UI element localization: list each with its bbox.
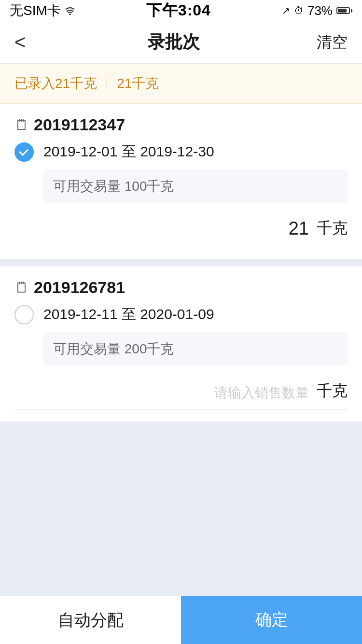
batch-id-2: 2019126781: [34, 278, 125, 297]
back-button[interactable]: <: [10, 27, 30, 58]
alarm-icon: ⏱: [294, 5, 304, 16]
recorded-label: 已录入21千克: [14, 74, 97, 93]
status-right: ↗ ⏱ 73%: [282, 3, 352, 18]
nav-bar: < 录批次 清空: [0, 21, 362, 64]
quantity-unit-1: 千克: [317, 218, 348, 239]
bottom-bar: 自动分配 确定: [0, 596, 362, 644]
status-bar: 无SIM卡 下午3:04 ↗ ⏱ 73%: [0, 0, 362, 21]
status-left: 无SIM卡: [10, 1, 75, 20]
battery-percent: 73%: [307, 3, 333, 18]
section-divider: [0, 259, 362, 266]
batch-date-row-2: 2019-12-11 至 2020-01-09: [14, 305, 348, 324]
clear-button[interactable]: 清空: [317, 32, 348, 53]
quantity-input-1[interactable]: [251, 218, 309, 239]
quantity-unit-2: 千克: [317, 380, 348, 402]
recorded-value: 21千克: [117, 74, 159, 93]
batch-radio-1[interactable]: [14, 142, 34, 162]
batch-doc-icon-2: 🗒: [14, 280, 29, 296]
batch-date-2: 2019-12-11 至 2020-01-09: [43, 305, 214, 324]
batch-item-2: 🗒 2019126781 2019-12-11 至 2020-01-09 可用交…: [0, 266, 362, 421]
batch-date-1: 2019-12-01 至 2019-12-30: [43, 142, 214, 162]
page-title: 录批次: [148, 30, 200, 54]
batch-header-2: 🗒 2019126781: [14, 278, 348, 297]
batch-id-1: 2019112347: [34, 115, 125, 134]
batch-date-row-1: 2019-12-01 至 2019-12-30: [14, 142, 348, 162]
wifi-icon: [65, 3, 75, 18]
location-icon: ↗: [282, 5, 290, 16]
batch-radio-2[interactable]: [14, 305, 34, 324]
auto-distribute-button[interactable]: 自动分配: [0, 596, 181, 644]
quantity-row-1: 千克: [14, 213, 348, 247]
availability-text-2: 可用交易量 200千克: [53, 341, 174, 356]
banner-divider: [107, 77, 107, 90]
status-time: 下午3:04: [146, 0, 211, 21]
availability-text-1: 可用交易量 100千克: [53, 179, 174, 194]
quantity-row-2: 千克: [14, 376, 348, 410]
availability-box-2: 可用交易量 200千克: [43, 332, 348, 366]
info-banner: 已录入21千克 21千克: [0, 64, 362, 104]
carrier-label: 无SIM卡: [10, 1, 61, 20]
batch-doc-icon-1: 🗒: [14, 117, 29, 133]
batch-header-1: 🗒 2019112347: [14, 115, 348, 134]
gray-area: [0, 421, 362, 615]
content-area: 🗒 2019112347 2019-12-01 至 2019-12-30 可用交…: [0, 104, 362, 644]
availability-box-1: 可用交易量 100千克: [43, 169, 348, 203]
battery-icon: [336, 7, 352, 14]
quantity-input-2[interactable]: [174, 381, 309, 402]
confirm-button[interactable]: 确定: [181, 596, 362, 644]
batch-item-1: 🗒 2019112347 2019-12-01 至 2019-12-30 可用交…: [0, 104, 362, 259]
